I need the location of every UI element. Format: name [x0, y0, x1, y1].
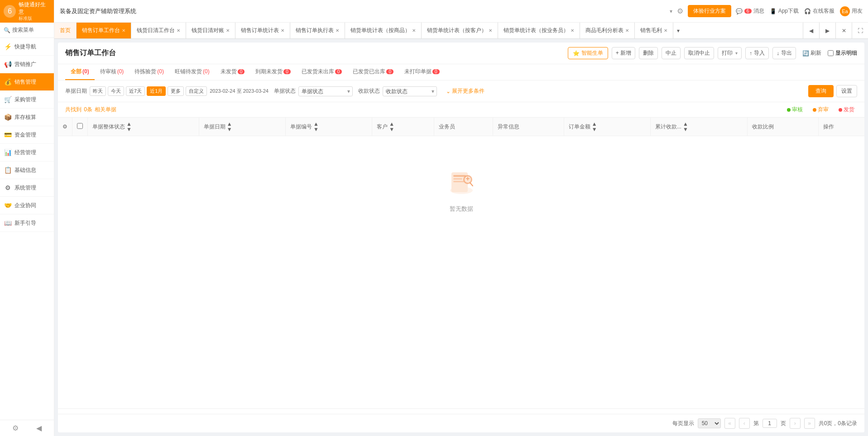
solution-button[interactable]: 体验行业方案	[688, 5, 731, 17]
sidebar-item-operations[interactable]: 📊经营管理	[0, 144, 54, 161]
sidebar-item-sales[interactable]: 💰销售管理	[0, 73, 54, 91]
sidebar-item-purchase[interactable]: 🛒采购管理	[0, 91, 54, 109]
download-btn[interactable]: 📱 App下载	[770, 7, 799, 15]
tab-sales-workbench[interactable]: 销售订单工作台✕	[77, 23, 131, 39]
sort-icon[interactable]: ▲▼	[683, 121, 688, 132]
review-btn[interactable]: 审核	[784, 105, 806, 114]
sub-tab-all[interactable]: 全部(0)	[65, 64, 95, 80]
sidebar-search[interactable]: 🔍 搜索菜单	[0, 23, 54, 38]
sub-tab-wangpu-pending[interactable]: 旺铺待发货(0)	[169, 64, 215, 80]
tab-fullscreen-btn[interactable]: ⛶	[852, 23, 868, 39]
service-btn[interactable]: 🎧 在线客服	[804, 7, 834, 15]
tab-sales-staff[interactable]: 销货单统计表（按业务员）✕	[498, 23, 580, 39]
sidebar-collapse-btn[interactable]: ◀	[36, 424, 42, 432]
tab-close-sales-customer[interactable]: ✕	[489, 28, 492, 33]
tab-cash-reconcile[interactable]: 钱货日清对账✕	[186, 23, 235, 39]
date-btn-自定义[interactable]: 自定义	[186, 86, 207, 96]
tab-close-sales-more[interactable]: ✕	[664, 28, 667, 33]
th-date[interactable]: 单据日期▲▼	[199, 118, 285, 136]
sort-icon[interactable]: ▲▼	[126, 121, 132, 132]
sub-tab-pending-review[interactable]: 待审核(0)	[95, 64, 129, 80]
sidebar-item-guide[interactable]: 📖新手引导	[0, 214, 54, 232]
tab-close-sales-exec[interactable]: ✕	[336, 28, 339, 33]
sub-tab-shipped-out[interactable]: 已发货已出库0	[347, 64, 399, 80]
settings-btn[interactable]: 设置	[836, 85, 857, 97]
date-btn-今天[interactable]: 今天	[108, 86, 124, 96]
last-page-btn[interactable]: »	[804, 418, 815, 429]
page-input[interactable]	[762, 419, 777, 428]
next-page-btn[interactable]: ›	[790, 418, 801, 429]
sort-icon[interactable]: ▲▼	[592, 121, 597, 132]
message-btn[interactable]: 💬 6 消息	[736, 7, 764, 15]
tab-sales-customer[interactable]: 销货单统计表（按客户）✕	[422, 23, 498, 39]
settings-col-icon[interactable]: ⚙	[62, 123, 67, 130]
date-btn-近1月[interactable]: 近1月	[147, 86, 166, 96]
sub-tab-shipped-not-out[interactable]: 已发货未出库0	[296, 64, 348, 80]
tab-cash-daily[interactable]: 钱货日清工作台✕	[131, 23, 186, 39]
prev-page-btn[interactable]: ‹	[739, 418, 750, 429]
sub-tab-not-shipped[interactable]: 未发货0	[215, 64, 250, 80]
tab-close-cash-daily[interactable]: ✕	[177, 28, 180, 33]
tab-gross-margin[interactable]: 商品毛利分析表✕	[580, 23, 635, 39]
delete-btn[interactable]: 删除	[639, 47, 658, 59]
select-all-checkbox[interactable]	[77, 123, 83, 129]
stop-btn[interactable]: 中止	[662, 47, 681, 59]
user-btn[interactable]: Ea 用友	[840, 6, 863, 16]
sub-tab-pending-inspect[interactable]: 待拣验货(0)	[129, 64, 169, 80]
sort-icon[interactable]: ▲▼	[313, 121, 319, 132]
th-amount[interactable]: 订单金额▲▼	[564, 118, 650, 136]
sidebar-item-inventory[interactable]: 📦库存核算	[0, 109, 54, 126]
topbar-settings-icon[interactable]: ⚙	[677, 7, 683, 15]
per-page-select[interactable]: 50 10 20 100	[698, 418, 721, 428]
system-dropdown-icon[interactable]: ▾	[670, 8, 672, 14]
show-detail-label[interactable]: 显示明细	[828, 49, 857, 57]
sidebar-item-shortcut[interactable]: ⚡ 快捷导航	[0, 38, 54, 56]
tab-close-cash-reconcile[interactable]: ✕	[226, 28, 230, 33]
tab-next-btn[interactable]: ▶	[819, 23, 835, 39]
expand-conditions-btn[interactable]: ⌄ 展开更多条件	[446, 87, 484, 95]
tab-close-sales-stat[interactable]: ✕	[281, 28, 284, 33]
tab-close-all-btn[interactable]: ✕	[835, 23, 852, 39]
th-collected[interactable]: 累计收款...▲▼	[650, 118, 747, 136]
sidebar-item-basic-info[interactable]: 📋基础信息	[0, 161, 54, 179]
th-customer[interactable]: 客户▲▼	[372, 118, 434, 136]
add-btn[interactable]: + 新增	[612, 47, 635, 59]
sidebar-settings-btn[interactable]: ⚙	[12, 424, 19, 432]
query-btn[interactable]: 查询	[808, 85, 834, 97]
horizontal-scroll[interactable]	[58, 408, 864, 414]
tab-sales-stat[interactable]: 销售订单统计表✕	[235, 23, 290, 39]
cancel-stop-btn[interactable]: 取消中止	[684, 47, 714, 59]
payment-select[interactable]: 收款状态	[383, 86, 437, 96]
status-select[interactable]: 单据状态	[298, 86, 353, 96]
sort-icon[interactable]: ▲▼	[227, 121, 232, 132]
import-btn[interactable]: ↑ 导入	[745, 47, 769, 59]
tab-prev-btn[interactable]: ◀	[803, 23, 819, 39]
date-btn-更多[interactable]: 更多	[168, 86, 184, 96]
tab-close-gross-margin[interactable]: ✕	[625, 28, 629, 33]
sidebar-item-finance[interactable]: 💳资金管理	[0, 126, 54, 144]
date-btn-近7天[interactable]: 近7天	[126, 86, 145, 96]
tab-more-btn[interactable]: ▾	[673, 23, 683, 39]
export-btn[interactable]: ↓ 导出	[772, 47, 796, 59]
th-number[interactable]: 单据编号▲▼	[286, 118, 372, 136]
tab-sales-more[interactable]: 销售毛利✕	[635, 23, 673, 39]
show-detail-checkbox[interactable]	[828, 50, 834, 56]
smart-generate-btn[interactable]: ⭐ 智能生单	[568, 47, 608, 59]
tab-home[interactable]: 首页	[54, 23, 77, 39]
refresh-btn[interactable]: 🔄 刷新	[800, 47, 824, 59]
print-btn[interactable]: 打印 ▾	[718, 47, 742, 59]
sort-icon[interactable]: ▲▼	[389, 121, 394, 132]
tab-close-sales-workbench[interactable]: ✕	[122, 28, 125, 33]
sidebar-item-collab[interactable]: 🤝企业协同	[0, 197, 54, 214]
sidebar-item-marketing[interactable]: 📢营销推广	[0, 56, 54, 73]
tab-close-sales-product[interactable]: ✕	[412, 28, 416, 33]
sidebar-item-system[interactable]: ⚙系统管理	[0, 179, 54, 197]
tab-sales-exec[interactable]: 销售订单执行表✕	[290, 23, 345, 39]
ship-btn[interactable]: 发货	[836, 105, 857, 114]
date-btn-昨天[interactable]: 昨天	[90, 86, 106, 96]
first-page-btn[interactable]: «	[724, 418, 735, 429]
th-status[interactable]: 单据整体状态▲▼	[88, 118, 199, 136]
cancel-review-btn[interactable]: 弃审	[810, 105, 831, 114]
tab-close-sales-staff[interactable]: ✕	[571, 28, 574, 33]
tab-sales-product[interactable]: 销货单统计表（按商品）✕	[345, 23, 422, 39]
